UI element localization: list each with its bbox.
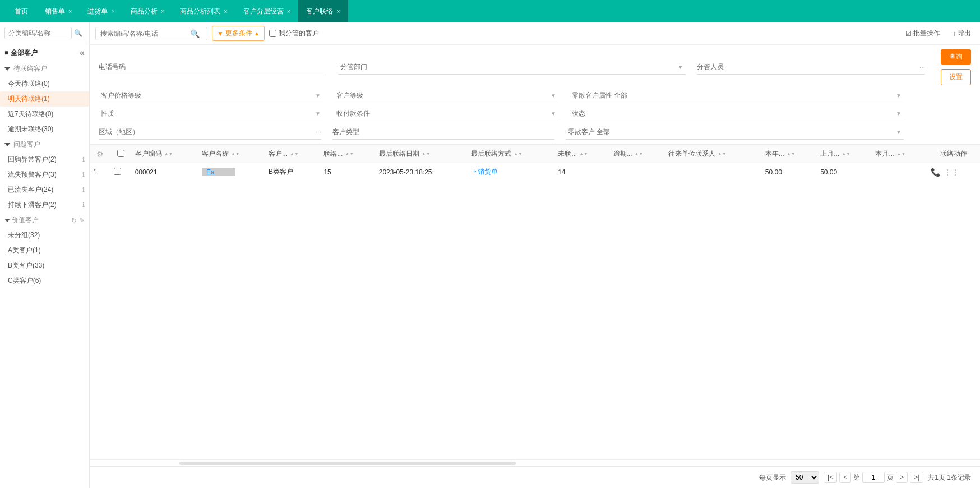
nav-goods-analysis-list[interactable]: 商品分析列表 × <box>172 0 235 22</box>
sidebar-class-a[interactable]: A类客户(1) <box>0 243 89 258</box>
col-this-year-label: 本年... <box>765 149 784 159</box>
my-customers-checkbox[interactable] <box>269 30 276 37</box>
sidebar-all-customers[interactable]: ■ 全部客户 « <box>0 44 89 61</box>
filter-retail-attr[interactable]: 零散客户属性 全部 ▼ <box>570 89 904 103</box>
filter-price-level-label: 客户价格等级 <box>101 91 141 100</box>
page-input[interactable] <box>862 472 885 483</box>
query-button[interactable]: 查询 <box>941 49 971 65</box>
sidebar-declining[interactable]: 持续下滑客户(2) ℹ <box>0 197 89 213</box>
nav-customer-tier[interactable]: 客户分层经营 × <box>235 0 298 22</box>
more-filter-button[interactable]: ▼ 更多条件 ▲ <box>212 26 265 41</box>
page-prev-button[interactable]: < <box>839 472 851 483</box>
code-sort-icon[interactable]: ▲▼ <box>164 151 173 156</box>
batch-ops-button[interactable]: ☑ 批量操作 <box>902 27 944 40</box>
export-button[interactable]: ↑ 导出 <box>949 27 974 40</box>
this-month-sort-icon[interactable]: ▲▼ <box>896 151 905 156</box>
not-contacted-sort-icon[interactable]: ▲▼ <box>579 151 588 156</box>
page-last-button[interactable]: >| <box>910 472 923 483</box>
sidebar-churned[interactable]: 已流失客户(24) ℹ <box>0 182 89 197</box>
col-this-month-label: 本月... <box>875 149 894 159</box>
search-input[interactable] <box>100 30 190 38</box>
last-method-sort-icon[interactable]: ▲▼ <box>514 151 523 156</box>
sidebar-group-pending[interactable]: 待联络客户 <box>0 61 89 76</box>
filter-customer-level[interactable]: 客户等级 ▼ <box>334 89 558 103</box>
nav-sales-close[interactable]: × <box>68 8 72 15</box>
filter-retail-customer-label: 零散客户 全部 <box>568 127 610 137</box>
col-contact-person-label: 往来单位联系人 <box>668 149 715 159</box>
filter-phone-label: 电话号码 <box>99 62 144 72</box>
type-sort-icon[interactable]: ▲▼ <box>290 151 299 156</box>
row-last-method[interactable]: 下销货单 <box>468 163 554 181</box>
sidebar-week-contact[interactable]: 近7天待联络(0) <box>0 107 89 122</box>
my-customers-checkbox-wrap[interactable]: 我分管的客户 <box>269 29 319 38</box>
row-last-method-link[interactable]: 下销货单 <box>471 168 498 176</box>
set-button[interactable]: 设置 <box>941 69 971 85</box>
row-actions: 📞 ⋮⋮ <box>931 168 977 177</box>
grid-action-icon[interactable]: ⋮⋮ <box>944 168 959 177</box>
manager-dots-icon[interactable]: ··· <box>919 63 925 71</box>
sidebar-search-icon[interactable]: 🔍 <box>74 29 82 37</box>
search-button[interactable]: 🔍 <box>190 29 200 38</box>
area-dots-icon[interactable]: ··· <box>316 128 321 136</box>
page-next-button[interactable]: > <box>896 472 908 483</box>
nav-goods-analysis-close[interactable]: × <box>161 8 164 15</box>
last-date-sort-icon[interactable]: ▲▼ <box>422 151 431 156</box>
name-sort-icon[interactable]: ▲▼ <box>231 151 240 156</box>
contact-person-sort-icon[interactable]: ▲▼ <box>718 151 727 156</box>
filter-actions: 查询 设置 <box>936 49 971 85</box>
filter-price-level[interactable]: 客户价格等级 ▼ <box>99 89 323 103</box>
nav-purchase[interactable]: 进货单 × <box>80 0 122 22</box>
row-last-month: 50.00 <box>817 163 872 181</box>
sidebar-group-problem[interactable]: 问题客户 <box>0 137 89 152</box>
page-size-select[interactable]: 50 100 200 <box>791 471 819 484</box>
nav-customer-contact[interactable]: 客户联络 × <box>298 0 348 22</box>
filter-phone-input[interactable] <box>144 62 327 72</box>
settings-icon[interactable]: ⚙ <box>96 150 104 159</box>
select-all-checkbox[interactable] <box>117 150 124 157</box>
sidebar-repurchase-abnormal[interactable]: 回购异常客户(2) ℹ <box>0 152 89 167</box>
phone-action-icon[interactable]: 📞 <box>931 168 940 177</box>
this-year-sort-icon[interactable]: ▲▼ <box>787 151 796 156</box>
sidebar-group-value[interactable]: 价值客户 ↻ ✎ <box>0 213 89 228</box>
toolbar-right: ☑ 批量操作 ↑ 导出 <box>902 27 974 40</box>
filter-dept[interactable]: 分管部门 ▼ <box>338 60 685 75</box>
sidebar-today-contact[interactable]: 今天待联络(0) <box>0 76 89 91</box>
col-this-month: 本月... ▲▼ <box>872 145 927 163</box>
filter-nature[interactable]: 性质 ▼ <box>99 107 323 121</box>
nav-customer-tier-label: 客户分层经营 <box>243 7 284 16</box>
filter-retail-customer[interactable]: 零散客户 全部 ▼ <box>566 125 904 140</box>
filter-payment-terms-label: 收付款条件 <box>336 109 370 118</box>
sidebar-ungrouped[interactable]: 未分组(32) <box>0 228 89 243</box>
sidebar-class-b[interactable]: B类客户(33) <box>0 258 89 273</box>
horizontal-scrollbar[interactable] <box>179 462 516 465</box>
sidebar-churn-warning[interactable]: 流失预警客户(3) ℹ <box>0 167 89 182</box>
row-checkbox[interactable] <box>114 168 121 175</box>
last-month-sort-icon[interactable]: ▲▼ <box>842 151 850 156</box>
overdue-sort-icon[interactable]: ▲▼ <box>635 151 644 156</box>
nav-goods-analysis-list-close[interactable]: × <box>224 8 227 15</box>
sidebar-search-input[interactable] <box>4 27 72 39</box>
page-end-label: 页 <box>887 473 894 482</box>
sidebar-overdue-contact[interactable]: 逾期未联络(30) <box>0 122 89 137</box>
nav-home[interactable]: 首页 <box>6 0 37 22</box>
main-layout: 🔍 ■ 全部客户 « 待联络客户 今天待联络(0) 明天待联络(1) 近7天待联… <box>0 22 980 488</box>
sidebar-class-c[interactable]: C类客户(6) <box>0 273 89 288</box>
sidebar-tomorrow-contact[interactable]: 明天待联络(1) <box>0 91 89 107</box>
nav-customer-tier-close[interactable]: × <box>287 8 290 15</box>
customer-table: ⚙ 客户编码 ▲▼ 客户名称 ▲▼ <box>90 145 980 181</box>
nav-purchase-close[interactable]: × <box>111 8 114 15</box>
row-seq: 1 <box>90 163 110 181</box>
sidebar-collapse-icon[interactable]: « <box>80 48 85 58</box>
edit-icon[interactable]: ✎ <box>79 217 85 224</box>
row-name[interactable]: Ea <box>198 163 265 181</box>
contact-count-sort-icon[interactable]: ▲▼ <box>345 151 354 156</box>
col-overdue-label: 逾期... <box>613 149 632 159</box>
nav-sales[interactable]: 销售单 × <box>37 0 80 22</box>
refresh-icon[interactable]: ↻ <box>71 217 77 224</box>
nav-goods-analysis[interactable]: 商品分析 × <box>123 0 172 22</box>
nav-customer-contact-close[interactable]: × <box>336 8 340 15</box>
filter-customer-type-input[interactable] <box>377 127 555 137</box>
filter-payment-terms[interactable]: 收付款条件 ▼ <box>334 107 558 121</box>
filter-status[interactable]: 状态 ▼ <box>570 107 904 121</box>
page-first-button[interactable]: |< <box>824 472 837 483</box>
